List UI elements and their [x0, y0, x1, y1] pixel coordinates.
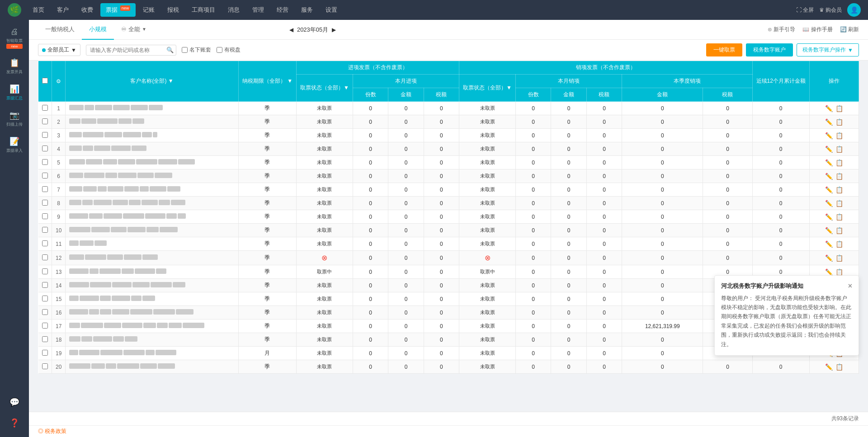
nav-settings[interactable]: 设置	[320, 3, 343, 17]
copy-icon[interactable]: 📋	[835, 118, 843, 126]
row-number: 9	[52, 210, 66, 224]
copy-icon[interactable]: 📋	[835, 268, 843, 276]
refresh-button[interactable]: 🔄 刷新	[840, 26, 859, 33]
row-select-checkbox[interactable]	[42, 240, 48, 246]
fullscreen-button[interactable]: ⛶ 全屏	[796, 6, 814, 14]
sidebar-item-chat[interactable]: 💬	[8, 394, 21, 411]
edit-icon[interactable]: ✏️	[825, 254, 833, 262]
edit-icon[interactable]: ✏️	[825, 173, 833, 180]
sidebar-item-smart-ticket[interactable]: 🖨 智能取票 new	[0, 23, 29, 52]
nav-client[interactable]: 客户	[52, 3, 74, 17]
edit-icon[interactable]: ✏️	[825, 132, 833, 139]
sidebar-item-help[interactable]: ❓	[8, 414, 21, 432]
in-status-header[interactable]: 取票状态（全部）▼	[297, 75, 353, 102]
nav-manage[interactable]: 管理	[247, 3, 269, 17]
row-select-checkbox[interactable]	[42, 146, 48, 151]
out-status-header[interactable]: 取票状态（全部）▼	[459, 75, 516, 102]
row-select-checkbox[interactable]	[42, 296, 48, 301]
select-all-checkbox[interactable]	[42, 78, 48, 84]
sidebar-item-entry[interactable]: 📝 票据录入	[0, 133, 29, 157]
row-select-checkbox[interactable]	[42, 227, 48, 233]
guide-button[interactable]: ⊙ 新手引导	[768, 26, 795, 33]
customer-name-header[interactable]: 客户名称(全部) ▼	[66, 61, 238, 102]
nav-home[interactable]: 首页	[27, 3, 50, 17]
row-select-checkbox[interactable]	[42, 173, 48, 179]
edit-icon[interactable]: ✏️	[825, 240, 833, 248]
nav-fee[interactable]: 收费	[76, 3, 99, 17]
edit-icon[interactable]: ✏️	[825, 363, 833, 371]
edit-icon[interactable]: ✏️	[825, 186, 833, 193]
row-select-checkbox[interactable]	[42, 132, 48, 138]
edit-icon[interactable]: ✏️	[825, 227, 833, 234]
sidebar-item-scan[interactable]: 📷 扫描上传	[0, 107, 29, 131]
nav-tax[interactable]: 报税	[162, 3, 184, 17]
copy-icon[interactable]: 📋	[835, 105, 843, 112]
search-input[interactable]	[86, 45, 176, 56]
row-select-checkbox[interactable]	[42, 309, 48, 315]
copy-icon[interactable]: 📋	[835, 227, 843, 234]
copy-icon[interactable]: 📋	[835, 173, 843, 180]
member-button[interactable]: ♛ 购会员	[819, 6, 842, 14]
notification-close-button[interactable]: ×	[848, 282, 852, 290]
copy-icon[interactable]: 📋	[835, 186, 843, 193]
copy-icon[interactable]: 📋	[835, 132, 843, 139]
copy-icon[interactable]: 📋	[835, 363, 843, 371]
row-select-checkbox[interactable]	[42, 282, 48, 288]
row-select-checkbox[interactable]	[42, 159, 48, 165]
tab-small-scale[interactable]: 小规模	[82, 20, 114, 40]
sidebar-item-summary[interactable]: 📊 票据汇总	[0, 80, 29, 105]
row-select-checkbox[interactable]	[42, 213, 48, 219]
row-select-checkbox[interactable]	[42, 105, 48, 111]
edit-icon[interactable]: ✏️	[825, 159, 833, 166]
row-select-checkbox[interactable]	[42, 323, 48, 329]
edit-icon[interactable]: ✏️	[825, 268, 833, 276]
row-select-checkbox[interactable]	[42, 350, 48, 356]
row-number: 6	[52, 169, 66, 183]
account-checkbox-input[interactable]	[182, 47, 188, 53]
digital-account-button[interactable]: 税务数字账户	[746, 43, 793, 56]
row-select-checkbox[interactable]	[42, 363, 48, 369]
edit-icon[interactable]: ✏️	[825, 200, 833, 207]
copy-icon[interactable]: 📋	[835, 213, 843, 221]
nav-ticket[interactable]: 票据 new	[100, 3, 136, 17]
one-click-fetch-button[interactable]: 一键取票	[706, 43, 742, 56]
row-select-checkbox[interactable]	[42, 268, 48, 274]
copy-icon[interactable]: 📋	[835, 200, 843, 207]
row-select-checkbox[interactable]	[42, 336, 48, 342]
row-select-checkbox[interactable]	[42, 186, 48, 192]
digital-account-ops-button[interactable]: 税务数字账户操作 ▼	[797, 43, 859, 56]
sidebar-item-invoice[interactable]: 📋 发票开具	[0, 54, 29, 79]
edit-icon[interactable]: ✏️	[825, 146, 833, 153]
nav-message[interactable]: 消息	[222, 3, 245, 17]
filter-account-checkbox[interactable]: 名下账套	[182, 46, 211, 54]
row-select-checkbox[interactable]	[42, 118, 48, 124]
employee-filter[interactable]: 全部员工 ▼	[38, 44, 80, 56]
edit-icon[interactable]: ✏️	[825, 118, 833, 126]
next-month-button[interactable]: ▶	[332, 27, 336, 33]
taxbox-checkbox-input[interactable]	[217, 47, 222, 53]
nav-business-ops[interactable]: 经营	[271, 3, 294, 17]
edit-icon[interactable]: ✏️	[825, 105, 833, 112]
tab-general-taxpayer[interactable]: 一般纳税人	[38, 20, 82, 40]
deduction-header: 本季度销项	[622, 75, 752, 88]
nav-accounting[interactable]: 记账	[137, 3, 160, 17]
tab-all[interactable]: ♾ 全能 ▼	[114, 20, 154, 40]
filter-taxbox-checkbox[interactable]: 有税盘	[217, 46, 241, 54]
row-select-checkbox[interactable]	[42, 200, 48, 206]
tax-policy-link[interactable]: ◎ 税务政策	[38, 428, 859, 435]
copy-icon[interactable]: 📋	[835, 254, 843, 262]
period-cell: 季	[238, 333, 296, 347]
copy-icon[interactable]: 📋	[835, 159, 843, 166]
nav-service[interactable]: 服务	[296, 3, 318, 17]
manual-button[interactable]: 📖 操作手册	[802, 26, 832, 33]
row-select-checkbox[interactable]	[42, 254, 48, 260]
ded-amount-cell: 0	[622, 237, 703, 251]
prev-month-button[interactable]: ◀	[289, 27, 293, 33]
copy-icon[interactable]: 📋	[835, 240, 843, 248]
tax-period-header[interactable]: 纳税期限（全部） ▼	[238, 61, 296, 102]
copy-icon[interactable]: 📋	[835, 146, 843, 153]
user-avatar[interactable]: 👤	[847, 3, 861, 17]
current-date: 2023年05月	[297, 26, 328, 34]
edit-icon[interactable]: ✏️	[825, 213, 833, 221]
nav-business[interactable]: 工商项目	[186, 3, 221, 17]
